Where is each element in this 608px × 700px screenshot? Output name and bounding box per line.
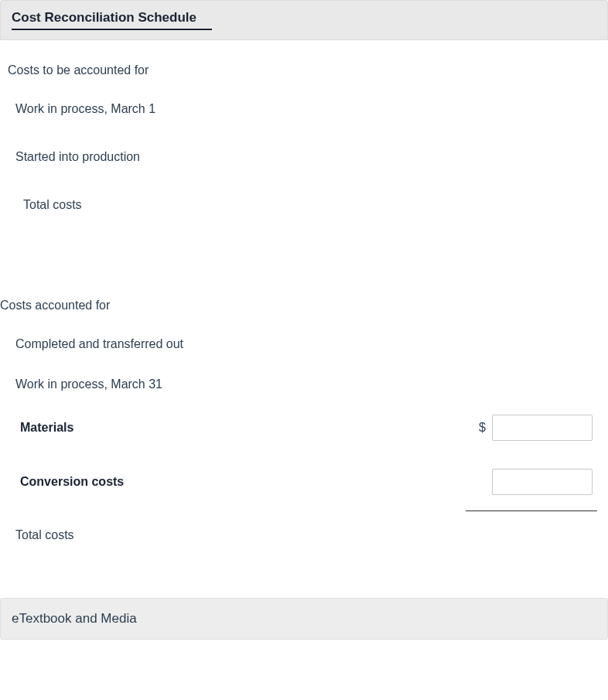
schedule-title: Cost Reconciliation Schedule — [12, 10, 212, 30]
row-materials: Materials $ — [8, 401, 600, 455]
input-area-conversion — [461, 469, 600, 495]
input-area-materials: $ — [461, 415, 600, 441]
currency-symbol-materials: $ — [479, 421, 486, 435]
row-conversion: Conversion costs — [8, 455, 600, 509]
line-wip-begin: Work in process, March 1 — [8, 85, 600, 133]
line-completed-transferred: Completed and transferred out — [8, 320, 600, 368]
label-conversion: Conversion costs — [8, 475, 461, 489]
label-materials: Materials — [8, 421, 461, 435]
etextbook-title: eTextbook and Media — [12, 611, 137, 626]
line-wip-end: Work in process, March 31 — [8, 368, 600, 401]
section-costs-accounted-for: Costs accounted for — [0, 299, 600, 312]
conversion-input[interactable] — [492, 469, 593, 495]
line-total-costs-1: Total costs — [8, 181, 600, 229]
section-costs-to-account: Costs to be accounted for — [8, 63, 600, 77]
etextbook-panel[interactable]: eTextbook and Media — [0, 598, 608, 640]
schedule-body: Costs to be accounted for Work in proces… — [0, 63, 608, 559]
line-total-costs-2: Total costs — [8, 511, 600, 559]
schedule-header: Cost Reconciliation Schedule — [0, 0, 608, 40]
line-started-production: Started into production — [8, 133, 600, 181]
materials-input[interactable] — [492, 415, 593, 441]
